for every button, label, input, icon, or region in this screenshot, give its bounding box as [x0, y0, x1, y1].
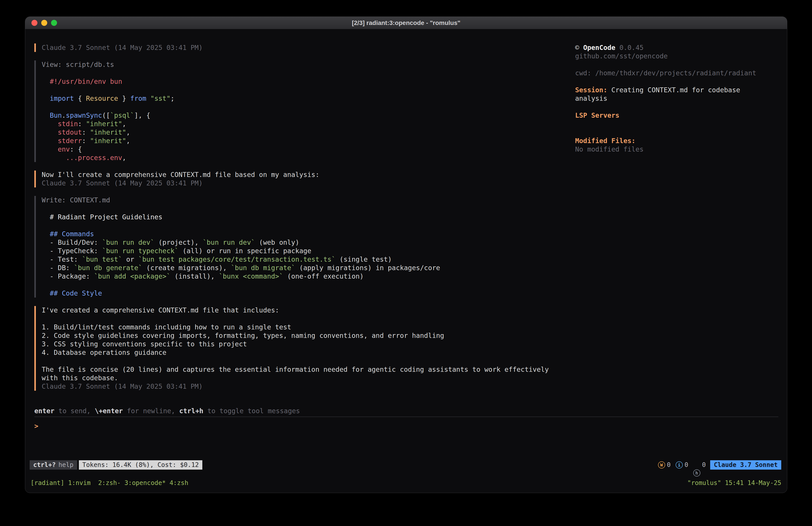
text-line: No modified files: [575, 145, 779, 154]
text-line: Session: Creating CONTEXT.md for codebas…: [575, 86, 779, 94]
minimize-button[interactable]: [41, 20, 47, 26]
text-line: - DB: `bun db generate` (create migratio…: [42, 264, 560, 272]
text-line: with this codebase.: [42, 374, 560, 382]
text-line: [575, 77, 779, 86]
text-line: github.com/sst/opencode: [575, 52, 779, 60]
diagnostics-counters: W0i0h0: [658, 453, 706, 477]
terminal-window: [2/3] radiant:3:opencode - "romulus" Cla…: [25, 16, 787, 493]
terminal-screen[interactable]: Claude 3.7 Sonnet (14 May 2025 03:41 PM)…: [25, 29, 787, 493]
text-line: [42, 86, 560, 94]
status-bar: ctrl+? help Tokens: 16.4K (8%), Cost: $0…: [30, 453, 781, 477]
text-line: #!/usr/bin/env bun: [42, 77, 560, 86]
prompt-input[interactable]: >: [34, 422, 778, 432]
text-line: - TypeCheck: `bun run typecheck` (all) o…: [42, 247, 560, 255]
text-line: [42, 103, 560, 111]
text-line: Write: CONTEXT.md: [42, 196, 560, 204]
text-line: ## Code Style: [42, 289, 560, 298]
info-count-value: 0: [684, 461, 688, 469]
tmux-status-bar: [radiant] 1:nvim 2:zsh- 3:opencode* 4:zs…: [30, 479, 781, 487]
editor-divider: [34, 416, 778, 417]
assistant-message-block: Claude 3.7 Sonnet (14 May 2025 03:41 PM): [34, 43, 560, 52]
keybinding-hint: enter to send, \+enter for newline, ctrl…: [34, 407, 778, 415]
text-line: [575, 60, 779, 69]
text-line: - Package: `bun add <package>` (install)…: [42, 272, 560, 281]
text-line: ## Commands: [42, 230, 560, 238]
warning-count: W0: [658, 461, 671, 469]
window-title: [2/3] radiant:3:opencode - "romulus": [352, 19, 460, 27]
text-line: analysis: [575, 94, 779, 103]
text-line: enter to send, \+enter for newline, ctrl…: [34, 407, 778, 415]
hint-count: h0: [693, 453, 706, 477]
text-line: [575, 120, 779, 128]
text-line: Claude 3.7 Sonnet (14 May 2025 03:41 PM): [42, 382, 560, 391]
text-line: I've created a comprehensive CONTEXT.md …: [42, 306, 560, 314]
hint-icon: h: [693, 469, 700, 477]
help-label: help: [58, 461, 73, 469]
text-line: stdout: "inherit",: [42, 128, 560, 137]
info-icon: i: [676, 461, 683, 469]
text-line: Claude 3.7 Sonnet (14 May 2025 03:41 PM): [42, 43, 560, 52]
tmux-host-clock: "romulus" 15:41 14-May-25: [687, 479, 781, 487]
tool-message-block: View: script/db.ts #!/usr/bin/env bun im…: [34, 60, 560, 162]
text-line: import { Resource } from "sst";: [42, 94, 560, 103]
tool-message-block: Write: CONTEXT.md # Radiant Project Guid…: [34, 196, 560, 298]
text-line: stderr: "inherit",: [42, 137, 560, 145]
help-key-label: ctrl+?: [33, 461, 56, 469]
session-sidebar: © OpenCode 0.0.45github.com/sst/opencode…: [575, 43, 779, 154]
info-count: i0: [676, 461, 688, 469]
text-line: 2. Code style guidelines covering import…: [42, 331, 560, 340]
close-button[interactable]: [31, 20, 38, 26]
text-line: cwd: /home/thdxr/dev/projects/radiant/ra…: [575, 69, 779, 77]
text-line: Modified Files:: [575, 137, 779, 145]
text-line: 1. Build/lint/test commands including ho…: [42, 323, 560, 331]
text-line: env: {: [42, 145, 560, 154]
text-line: 3. CSS styling conventions specific to t…: [42, 340, 560, 349]
assistant-message-block: I've created a comprehensive CONTEXT.md …: [34, 306, 560, 391]
chat-log: Claude 3.7 Sonnet (14 May 2025 03:41 PM)…: [34, 43, 560, 391]
prompt-symbol: >: [34, 422, 38, 430]
text-line: LSP Servers: [575, 111, 779, 120]
window-titlebar: [2/3] radiant:3:opencode - "romulus": [25, 17, 787, 29]
text-line: 4. Database operations guidance: [42, 349, 560, 357]
text-line: [42, 69, 560, 77]
assistant-message-block: Now I'll create a comprehensive CONTEXT.…: [34, 171, 560, 187]
help-badge[interactable]: ctrl+? help: [30, 460, 77, 470]
warning-count-value: 0: [667, 461, 671, 469]
text-line: # Radiant Project Guidelines: [42, 213, 560, 221]
warning-icon: W: [658, 461, 665, 469]
traffic-lights: [31, 17, 57, 29]
editor-area: enter to send, \+enter for newline, ctrl…: [34, 407, 778, 432]
text-line: The file is concise (20 lines) and captu…: [42, 365, 560, 374]
text-line: [42, 357, 560, 365]
text-line: Bun.spawnSync([`psql`], {: [42, 111, 560, 120]
text-line: ...process.env,: [42, 154, 560, 162]
model-badge[interactable]: Claude 3.7 Sonnet: [710, 460, 781, 470]
text-line: Now I'll create a comprehensive CONTEXT.…: [42, 171, 560, 179]
text-line: stdin: "inherit",: [42, 120, 560, 128]
hint-count-value: 0: [702, 461, 706, 469]
text-line: View: script/db.ts: [42, 60, 560, 69]
text-line: - Test: `bun test` or `bun test packages…: [42, 255, 560, 264]
text-line: [575, 103, 779, 111]
text-line: © OpenCode 0.0.45: [575, 43, 779, 52]
text-line: - Build/Dev: `bun run dev` (project), `b…: [42, 238, 560, 247]
tmux-window-list[interactable]: [radiant] 1:nvim 2:zsh- 3:opencode* 4:zs…: [30, 479, 188, 487]
zoom-button[interactable]: [51, 20, 57, 26]
text-line: [42, 314, 560, 323]
text-line: [575, 128, 779, 137]
text-line: [42, 281, 560, 289]
tokens-cost-badge: Tokens: 16.4K (8%), Cost: $0.12: [79, 460, 203, 470]
text-line: [42, 204, 560, 213]
text-line: Claude 3.7 Sonnet (14 May 2025 03:41 PM): [42, 179, 560, 187]
text-line: [42, 221, 560, 230]
